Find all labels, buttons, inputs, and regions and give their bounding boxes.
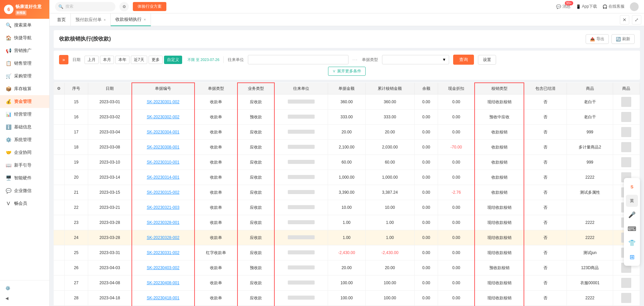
float-english-btn[interactable]: 英	[626, 195, 638, 207]
cell-doc-no: SK-20230403-002	[132, 260, 195, 276]
tab-close-btn[interactable]: ✕	[620, 15, 629, 24]
sidebar-item-quick-nav[interactable]: 🏠快捷导航	[0, 32, 49, 44]
date-last-month-btn[interactable]: 上月	[85, 56, 99, 64]
cell-discount: 0.00	[438, 170, 475, 185]
sidebar-item-purchase[interactable]: 🛒采购管理	[0, 70, 49, 82]
cell-cancel-type: 收款核销	[475, 170, 524, 185]
date-more-btn[interactable]: 更多	[149, 56, 163, 64]
solution-button[interactable]: 体验行业方案	[133, 2, 166, 11]
doc-no-link[interactable]: SK-20230314-001	[147, 175, 179, 180]
cell-balance: 0.00	[414, 140, 438, 155]
cell-num: 27	[64, 276, 88, 291]
cell-doc-no: SK-20230331-002	[132, 245, 195, 260]
doc-no-link[interactable]: SK-20230304-001	[147, 130, 179, 134]
guide-icon: 📖	[5, 162, 11, 168]
sidebar-item-finance[interactable]: 💰资金管理	[0, 95, 49, 108]
table-row: 20 2023-03-14 SK-20230314-001 收款单 应收款 1,…	[54, 170, 640, 185]
date-this-month-btn[interactable]: 本月	[100, 56, 114, 64]
cell-discount: -2.76	[438, 185, 475, 200]
filter-expand-btn[interactable]: »	[59, 55, 68, 64]
date-this-year-btn[interactable]: 本年	[115, 56, 129, 64]
expand-more-btn[interactable]: ∨ 展开更多条件	[328, 67, 365, 76]
query-button[interactable]: 查询	[453, 55, 474, 65]
doc-no-link[interactable]: SK-20230308-001	[147, 145, 179, 149]
online-service-btn[interactable]: 🎧 在线客服	[602, 4, 625, 9]
doc-no-link[interactable]: SK-20230331-002	[147, 250, 179, 255]
cell-discount: 0.00	[438, 200, 475, 215]
cell-include-clear: 否	[524, 185, 567, 200]
partner-input[interactable]	[248, 55, 348, 64]
doc-no-link[interactable]: SK-20230328-002	[147, 235, 179, 240]
export-button[interactable]: 📤 导出	[586, 34, 609, 44]
sidebar-item-basic[interactable]: ℹ️基础信息	[0, 121, 49, 133]
sidebar-item-inventory[interactable]: 📦库存核算	[0, 82, 49, 95]
cell-doc-amount: 333.00	[328, 110, 365, 125]
col-date: 日期	[88, 83, 132, 95]
table-row: 25 2023-03-31 SK-20230331-002 红字收款单 应收款 …	[54, 245, 640, 260]
tab-close-receive[interactable]: ×	[144, 17, 146, 21]
doc-no-link[interactable]: SK-20230301-002	[147, 100, 179, 104]
cell-cum-amount: 20.00	[366, 125, 415, 140]
sidebar-item-system[interactable]: ⚙️系统管理	[0, 133, 49, 146]
tab-close-prepay[interactable]: ×	[104, 18, 106, 22]
doc-no-link[interactable]: SK-20230302-002	[147, 115, 179, 119]
sales-icon: 📋	[5, 60, 11, 66]
sidebar-item-enterprise[interactable]: 🤝企业协同	[0, 146, 49, 159]
float-shirt-btn[interactable]: 👕	[626, 237, 638, 249]
setting-button[interactable]: 设置	[478, 55, 496, 65]
col-num: 序号	[64, 83, 88, 95]
date-7days-btn[interactable]: 近7天	[131, 56, 147, 64]
doc-no-link[interactable]: SK-20230315-002	[147, 190, 179, 195]
doc-no-link[interactable]: SK-20230310-001	[147, 160, 179, 165]
app-download-btn[interactable]: 📱 App下载	[576, 4, 597, 9]
cell-discount: 0.00	[438, 95, 475, 110]
cell-cancel-type: 收款核销	[475, 140, 524, 155]
tab-prepay[interactable]: 预付款应付单×	[71, 13, 111, 26]
float-mic-btn[interactable]: 🎤	[626, 209, 638, 221]
float-s-logo: S	[626, 181, 638, 193]
sidebar-settings[interactable]: ⚙️	[0, 283, 49, 293]
cell-cancel-type: 现结收款核销	[475, 245, 524, 260]
cell-doc-no: SK-20230304-001	[132, 125, 195, 140]
sidebar-item-guide[interactable]: 📖新手引导	[0, 159, 49, 172]
sidebar-item-hardware[interactable]: 🖥️智能硬件	[0, 172, 49, 184]
sidebar-item-search[interactable]: 🔍搜索菜单	[0, 19, 49, 32]
doc-no-link[interactable]: SK-20230408-001	[147, 281, 179, 285]
doc-no-link[interactable]: SK-20230403-002	[147, 265, 179, 270]
float-keyboard-btn[interactable]: ⌨	[626, 223, 638, 235]
cell-gear	[54, 291, 64, 306]
doc-no-link[interactable]: SK-20230418-001	[147, 296, 179, 300]
sidebar: 6 畅康道好生意 标推版 🔍搜索菜单🏠快捷导航📢营销推广📋销售管理🛒采购管理📦库…	[0, 0, 50, 306]
inventory-icon: 📦	[5, 86, 11, 92]
cell-goods2	[613, 276, 640, 291]
float-grid-btn[interactable]: ⊞	[626, 251, 638, 263]
sidebar-item-wechat[interactable]: 💬企业微信	[0, 184, 49, 197]
cell-balance: 0.00	[414, 110, 438, 125]
refresh-button[interactable]: 🔄 刷新	[611, 34, 635, 44]
more-filters-dots[interactable]: ···	[353, 57, 358, 62]
sidebar-item-vip[interactable]: V畅会员	[0, 197, 49, 210]
cell-doc-amount: 20.00	[328, 125, 365, 140]
sidebar-collapse[interactable]: ◀	[0, 293, 49, 303]
cell-include-clear: 否	[524, 170, 567, 185]
tab-home[interactable]: 首页	[52, 13, 71, 26]
cell-biz-type: 应收款	[237, 125, 274, 140]
doc-no-link[interactable]: SK-20230321-003	[147, 205, 179, 210]
date-custom-btn[interactable]: 自定义	[164, 56, 182, 64]
user-avatar[interactable]	[630, 2, 639, 11]
cell-date: 2023-03-14	[88, 170, 132, 185]
sidebar-item-operation[interactable]: 📊经营管理	[0, 108, 49, 121]
doc-type-select[interactable]: ▼	[382, 55, 449, 64]
cell-discount: 0.00	[438, 155, 475, 170]
tab-expand-btn[interactable]: ⤢	[632, 15, 641, 24]
message-btn[interactable]: 💬 消息 99+	[556, 4, 571, 9]
tab-receive[interactable]: 收款核销执行×	[111, 13, 151, 26]
topbar-search-box[interactable]: 🔍 搜索	[55, 2, 115, 11]
cell-biz-type: 应收款	[237, 245, 274, 260]
topbar-gear-btn[interactable]: ⚙	[119, 2, 129, 11]
col-gear[interactable]: ⚙	[54, 83, 64, 95]
doc-no-link[interactable]: SK-20230328-001	[147, 220, 179, 225]
sidebar-item-sales[interactable]: 📋销售管理	[0, 57, 49, 70]
cell-include-clear: 否	[524, 291, 567, 306]
sidebar-item-marketing[interactable]: 📢营销推广	[0, 44, 49, 57]
